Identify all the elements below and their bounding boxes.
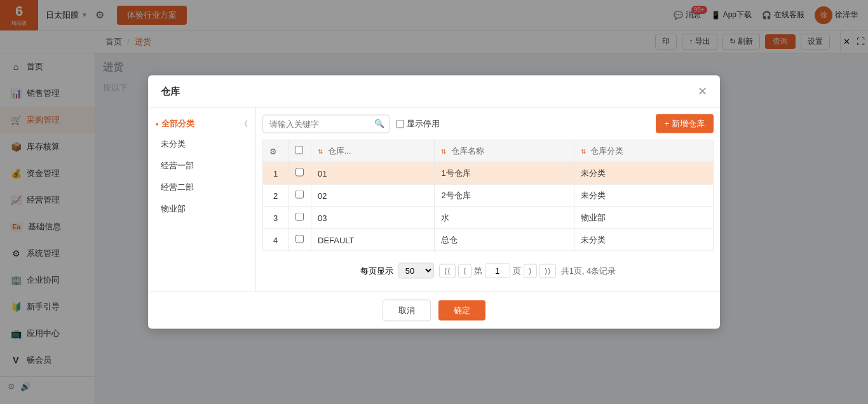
gear-column-icon[interactable]: ⚙ — [269, 146, 277, 156]
row-name-2: 2号仓库 — [435, 184, 574, 206]
row-cb-2[interactable] — [288, 184, 311, 206]
sort-name-icon: ⇅ — [441, 148, 446, 155]
tree-header: ▪ 全部分类 《 — [148, 114, 255, 133]
modal-footer: 取消 确定 — [148, 292, 720, 329]
table-row[interactable]: 4 DEFAULT 总仓 未分类 — [263, 229, 714, 251]
row-name-1: 1号仓库 — [435, 162, 574, 184]
add-warehouse-button[interactable]: + 新增仓库 — [656, 114, 714, 133]
row-id-1: 01 — [311, 162, 435, 184]
add-warehouse-btn-wrap: + 新增仓库 — [656, 114, 714, 133]
page-nav: ⟨⟨ ⟨ 第 页 ⟩ ⟩⟩ — [439, 264, 556, 278]
cancel-button[interactable]: 取消 — [383, 300, 431, 321]
row-category-2: 未分类 — [574, 184, 713, 206]
table-toolbar: 🔍 显示停用 + 新增仓库 — [262, 114, 714, 133]
last-page-button[interactable]: ⟩⟩ — [539, 264, 556, 278]
show-disabled-label: 显示停用 — [407, 118, 440, 130]
table-body: 1 01 1号仓库 未分类 2 — [263, 162, 714, 251]
tree-item-ops2[interactable]: 经营二部 — [148, 177, 255, 198]
category-tree-panel: ▪ 全部分类 《 未分类 经营一部 经营二部 物业部 — [148, 108, 256, 292]
row-2-checkbox[interactable] — [295, 191, 304, 199]
row-id-4: DEFAULT — [311, 229, 435, 251]
warehouse-modal: 仓库 ✕ ▪ 全部分类 《 未分类 经营一部 经营二部 物业部 — [148, 76, 720, 329]
tree-all-label: 全部分类 — [161, 118, 194, 130]
search-wrap: 🔍 — [262, 114, 390, 133]
row-id-2: 02 — [311, 184, 435, 206]
col-header-gear: ⚙ — [263, 140, 288, 162]
sort-id-icon: ⇅ — [318, 148, 323, 155]
table-row[interactable]: 2 02 2号仓库 未分类 — [263, 184, 714, 206]
row-num-4: 4 — [263, 229, 288, 251]
table-header: ⚙ ⇅ 仓库... ⇅ 仓库名称 — [263, 140, 714, 162]
show-disabled-checkbox[interactable] — [396, 119, 404, 128]
table-scroll-area: ⚙ ⇅ 仓库... ⇅ 仓库名称 — [262, 140, 714, 252]
modal-body: ▪ 全部分类 《 未分类 经营一部 经营二部 物业部 — [148, 108, 720, 292]
col-header-name[interactable]: ⇅ 仓库名称 — [435, 140, 574, 162]
tree-header-label: ▪ 全部分类 — [156, 118, 194, 130]
row-num-3: 3 — [263, 206, 288, 229]
row-cb-3[interactable] — [288, 206, 311, 229]
row-4-checkbox[interactable] — [295, 235, 304, 243]
modal-title: 仓库 — [161, 85, 180, 97]
page-input[interactable] — [485, 264, 510, 278]
warehouse-table: ⚙ ⇅ 仓库... ⇅ 仓库名称 — [262, 140, 714, 252]
table-row[interactable]: 3 03 水 物业部 — [263, 206, 714, 229]
row-3-checkbox[interactable] — [295, 213, 304, 221]
tree-collapse-button[interactable]: 《 — [240, 118, 248, 129]
sort-category-icon: ⇅ — [581, 148, 586, 155]
row-id-3: 03 — [311, 206, 435, 229]
search-icon[interactable]: 🔍 — [374, 119, 384, 128]
warehouse-table-panel: 🔍 显示停用 + 新增仓库 ⚙ — [256, 108, 720, 292]
table-row[interactable]: 1 01 1号仓库 未分类 — [263, 162, 714, 184]
prev-page-button[interactable]: ⟨ — [458, 264, 471, 278]
tree-item-property[interactable]: 物业部 — [148, 198, 255, 220]
pagination: 每页显示 102050100 ⟨⟨ ⟨ 第 页 ⟩ ⟩⟩ 共1页, 4条记录 — [262, 257, 714, 285]
row-category-4: 未分类 — [574, 229, 713, 251]
grid-icon: ▪ — [156, 119, 159, 128]
col-header-category[interactable]: ⇅ 仓库分类 — [574, 140, 713, 162]
confirm-button[interactable]: 确定 — [438, 300, 485, 321]
per-page-select[interactable]: 102050100 — [398, 263, 434, 279]
col-header-checkbox — [288, 140, 311, 162]
row-category-1: 未分类 — [574, 162, 713, 184]
first-page-button[interactable]: ⟨⟨ — [439, 264, 456, 278]
row-cb-1[interactable] — [288, 162, 311, 184]
search-input[interactable] — [262, 114, 390, 133]
row-num-1: 1 — [263, 162, 288, 184]
tree-item-ops1[interactable]: 经营一部 — [148, 155, 255, 177]
col-header-id[interactable]: ⇅ 仓库... — [311, 140, 435, 162]
page-label: 第 — [474, 265, 482, 276]
per-page-label: 每页显示 — [360, 265, 393, 276]
row-name-4: 总仓 — [435, 229, 574, 251]
show-disabled-checkbox-wrap[interactable]: 显示停用 — [396, 118, 440, 130]
page-unit: 页 — [513, 265, 521, 276]
select-all-checkbox[interactable] — [295, 146, 303, 154]
row-1-checkbox[interactable] — [295, 168, 304, 177]
row-num-2: 2 — [263, 184, 288, 206]
next-page-button[interactable]: ⟩ — [524, 264, 537, 278]
row-name-3: 水 — [435, 206, 574, 229]
modal-close-button[interactable]: ✕ — [698, 84, 707, 98]
row-cb-4[interactable] — [288, 229, 311, 251]
modal-header: 仓库 ✕ — [148, 76, 720, 108]
total-info: 共1页, 4条记录 — [561, 265, 616, 276]
row-category-3: 物业部 — [574, 206, 713, 229]
tree-item-uncategorized[interactable]: 未分类 — [148, 133, 255, 155]
